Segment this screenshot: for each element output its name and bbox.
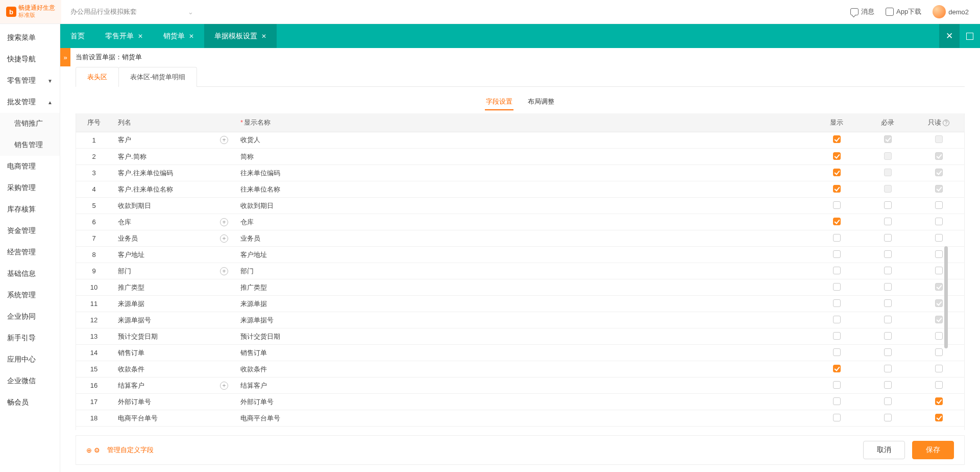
cell-display[interactable]: 简称: [234, 149, 811, 165]
checkbox[interactable]: [833, 414, 841, 421]
checkbox[interactable]: [884, 234, 892, 242]
checkbox[interactable]: [833, 381, 841, 389]
checkbox[interactable]: [884, 414, 892, 421]
sidebar-item[interactable]: 企业微信: [0, 370, 60, 392]
cell-display[interactable]: 仓库: [234, 214, 811, 230]
checkbox[interactable]: [935, 381, 943, 389]
checkbox[interactable]: [884, 316, 892, 323]
sidebar-item[interactable]: 零售管理▼: [0, 70, 60, 91]
checkbox[interactable]: [884, 250, 892, 258]
scrollbar-thumb[interactable]: [944, 246, 948, 348]
tab-close-icon[interactable]: ✕: [138, 33, 143, 40]
cell-display[interactable]: 客户地址: [234, 247, 811, 263]
checkbox[interactable]: [833, 201, 841, 209]
sidebar-item[interactable]: 快捷导航: [0, 49, 60, 70]
sidebar-item[interactable]: 应用中心: [0, 349, 60, 370]
checkbox[interactable]: [935, 201, 943, 209]
checkbox[interactable]: [935, 348, 943, 356]
checkbox[interactable]: [833, 332, 841, 340]
checkbox[interactable]: [884, 283, 892, 291]
cell-display[interactable]: 业务员: [234, 230, 811, 247]
add-child-button[interactable]: +: [220, 218, 228, 226]
messages-button[interactable]: 消息: [850, 7, 874, 16]
checkbox[interactable]: [833, 185, 841, 193]
checkbox[interactable]: [833, 218, 841, 225]
tab-close-icon[interactable]: ✕: [261, 33, 266, 40]
zone-tab[interactable]: 表体区-销货单明细: [118, 67, 197, 87]
checkbox[interactable]: [884, 381, 892, 389]
cancel-button[interactable]: 取消: [863, 441, 905, 459]
checkbox[interactable]: [833, 365, 841, 372]
checkbox[interactable]: [935, 397, 943, 405]
cell-display[interactable]: 收款到期日: [234, 198, 811, 214]
cell-display[interactable]: 收款条件: [234, 361, 811, 377]
checkbox[interactable]: [935, 218, 943, 225]
sidebar-item[interactable]: 系统管理: [0, 285, 60, 306]
checkbox[interactable]: [833, 169, 841, 176]
checkbox[interactable]: [935, 267, 943, 274]
sidebar-item[interactable]: 企业协同: [0, 306, 60, 327]
cell-display[interactable]: 来源单据: [234, 296, 811, 312]
add-child-button[interactable]: +: [220, 234, 228, 243]
sidebar-item[interactable]: 经营管理: [0, 242, 60, 263]
checkbox[interactable]: [884, 365, 892, 372]
sidebar-subitem[interactable]: 营销推广: [0, 113, 60, 134]
sidebar-item[interactable]: 库存核算: [0, 199, 60, 220]
checkbox[interactable]: [884, 348, 892, 356]
checkbox[interactable]: [884, 267, 892, 274]
sidebar-subitem[interactable]: 销售管理: [0, 134, 60, 156]
workspace-tab[interactable]: 销货单✕: [153, 24, 204, 48]
cell-display[interactable]: 销售订单: [234, 345, 811, 361]
sidebar-item[interactable]: 采购管理: [0, 177, 60, 199]
add-child-button[interactable]: +: [220, 136, 228, 144]
checkbox[interactable]: [884, 397, 892, 405]
checkbox[interactable]: [884, 218, 892, 225]
cell-display[interactable]: 推广类型: [234, 279, 811, 296]
add-child-button[interactable]: +: [220, 267, 228, 275]
checkbox[interactable]: [833, 316, 841, 323]
sidebar-item[interactable]: 畅会员: [0, 392, 60, 413]
checkbox[interactable]: [833, 250, 841, 258]
checkbox[interactable]: [833, 348, 841, 356]
fullscreen-button[interactable]: [960, 24, 980, 48]
sidebar-item[interactable]: 电商管理: [0, 156, 60, 177]
account-book-selector[interactable]: 办公用品行业模拟账套 ⌄: [61, 7, 203, 16]
checkbox[interactable]: [833, 283, 841, 291]
checkbox[interactable]: [833, 267, 841, 274]
workspace-tab[interactable]: 首页: [60, 24, 95, 48]
checkbox[interactable]: [833, 397, 841, 405]
checkbox[interactable]: [833, 299, 841, 307]
checkbox[interactable]: [884, 332, 892, 340]
inner-tab[interactable]: 字段设置: [485, 94, 513, 110]
checkbox[interactable]: [935, 234, 943, 242]
app-download-button[interactable]: App下载: [886, 7, 921, 16]
sidebar-item[interactable]: 搜索菜单: [0, 27, 60, 49]
inner-tab[interactable]: 布局调整: [527, 94, 555, 110]
collapse-context-button[interactable]: »: [60, 48, 70, 66]
cell-display[interactable]: 外部订单号: [234, 394, 811, 410]
help-icon[interactable]: ?: [943, 120, 949, 126]
tab-close-icon[interactable]: ✕: [189, 33, 194, 40]
workspace-tab[interactable]: 零售开单✕: [95, 24, 153, 48]
checkbox[interactable]: [833, 152, 841, 160]
checkbox[interactable]: [935, 414, 943, 421]
sidebar-item[interactable]: 资金管理: [0, 220, 60, 242]
checkbox[interactable]: [935, 332, 943, 340]
sidebar-item[interactable]: 基础信息: [0, 263, 60, 285]
workspace-tab[interactable]: 单据模板设置✕: [204, 24, 277, 48]
cell-display[interactable]: 来源单据号: [234, 312, 811, 328]
checkbox[interactable]: [935, 250, 943, 258]
cell-display[interactable]: 收货人: [234, 132, 811, 149]
checkbox[interactable]: [833, 234, 841, 242]
user-menu[interactable]: demo2: [933, 5, 969, 18]
checkbox[interactable]: [884, 299, 892, 307]
cell-display[interactable]: 预计交货日期: [234, 328, 811, 345]
zone-tab[interactable]: 表头区: [76, 67, 119, 87]
add-child-button[interactable]: +: [220, 382, 228, 390]
checkbox[interactable]: [833, 135, 841, 143]
cell-display[interactable]: 部门: [234, 263, 811, 279]
close-all-tabs-button[interactable]: ✕: [939, 24, 960, 48]
manage-custom-fields-link[interactable]: 管理自定义字段: [107, 445, 154, 455]
cell-display[interactable]: 结算客户: [234, 377, 811, 394]
cell-display[interactable]: 电商平台单号: [234, 410, 811, 427]
